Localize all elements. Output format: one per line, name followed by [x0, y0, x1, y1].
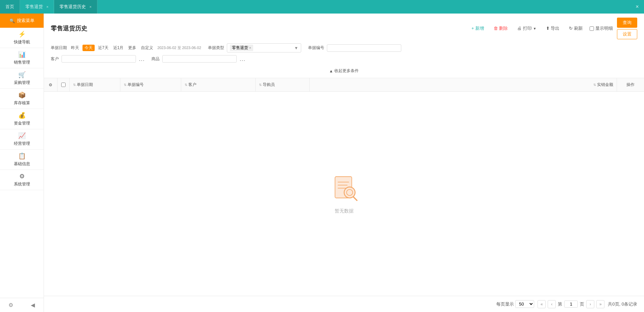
sidebar-item-sales[interactable]: 📊 销售管理: [0, 48, 44, 68]
th-guide[interactable]: ⇅ 导购员: [256, 78, 310, 91]
operations-icon: 📈: [18, 132, 26, 139]
search-menu-button[interactable]: 🔍 搜索菜单: [0, 14, 44, 28]
filter-row-1: 单据日期 昨天 今天 近7天 近1月 更多 自定义 2023-06-02 至 2…: [51, 43, 637, 52]
search-icon: 🔍: [9, 18, 15, 23]
tab-retail-return-close[interactable]: ×: [46, 5, 48, 9]
date-btn-yesterday[interactable]: 昨天: [70, 45, 80, 51]
th-no-label: 单据编号: [127, 82, 144, 88]
sidebar-item-finance[interactable]: 💰 资金管理: [0, 109, 44, 129]
select-all-checkbox[interactable]: [61, 83, 66, 87]
main-layout: 🔍 搜索菜单 ⚡ 快捷导航 📊 销售管理 🛒 采购管理 📦 库存核算 💰 资金管…: [0, 14, 644, 312]
sidebar-item-basic-info-label: 基础信息: [14, 161, 30, 167]
customer-input[interactable]: [62, 55, 136, 63]
delete-button[interactable]: 🗑 删除: [491, 24, 511, 33]
customer-filter-item: 客户 …: [51, 55, 145, 63]
new-button[interactable]: + 新增: [469, 24, 486, 33]
th-amount-label: 实销金额: [597, 82, 613, 88]
per-page-select[interactable]: 10 20 50 100: [515, 300, 534, 308]
page-number-input[interactable]: [564, 300, 578, 308]
type-tag-value: 零售退货: [232, 45, 248, 51]
sidebar-item-quick-nav-label: 快捷导航: [14, 39, 30, 45]
total-records-label: 共0页, 0条记录: [608, 301, 637, 307]
tab-retail-return[interactable]: 零售退货 ×: [20, 0, 54, 14]
page-label: 第: [558, 301, 562, 307]
page-nav: « ‹ 第 页 › »: [538, 300, 604, 308]
system-icon: ⚙: [19, 173, 25, 180]
sidebar-item-operations[interactable]: 📈 经营管理: [0, 129, 44, 150]
print-button[interactable]: 🖨 打印 ▼: [515, 24, 539, 33]
display-detail-checkbox[interactable]: [590, 26, 594, 31]
page-header: 零售退货历史 + 新增 🗑 删除 🖨 打印 ▼ ⬆ 导出: [44, 14, 644, 78]
export-button[interactable]: ⬆ 导出: [543, 24, 563, 33]
type-filter-label: 单据类型: [208, 45, 224, 51]
next-page-button[interactable]: ›: [586, 300, 594, 308]
first-page-button[interactable]: «: [538, 300, 546, 308]
settings-button[interactable]: 设置: [617, 29, 637, 39]
sidebar-item-basic-info[interactable]: 📋 基础信息: [0, 150, 44, 170]
date-btn-today[interactable]: 今天: [82, 45, 95, 51]
refresh-button-label: ↻ 刷新: [569, 25, 583, 31]
date-filter-label: 单据日期: [51, 45, 67, 51]
content-main: ⚙ ⇅ 单据日期 ⇅ 单据编号 ⇅ 客户: [44, 78, 644, 312]
content-area: 零售退货历史 + 新增 🗑 删除 🖨 打印 ▼ ⬆ 导出: [44, 14, 644, 312]
new-button-label: + 新增: [471, 25, 484, 31]
display-detail-label: 显示明细: [595, 25, 613, 31]
goods-input[interactable]: [162, 55, 237, 63]
collapse-filter-label: 收起更多条件: [334, 68, 359, 74]
tab-retail-return-history[interactable]: 零售退货历史 ×: [54, 0, 97, 14]
sidebar-bottom: ⚙ ◀: [0, 298, 44, 312]
sidebar-item-system[interactable]: ⚙ 系统管理: [0, 170, 44, 190]
empty-state: 暂无数据: [44, 92, 644, 296]
collapse-filter-button[interactable]: ▲ 收起更多条件: [329, 67, 359, 75]
collapse-up-icon: ▲: [329, 69, 333, 73]
display-detail-checkbox-area[interactable]: 显示明细: [590, 25, 613, 31]
sidebar-item-quick-nav[interactable]: ⚡ 快捷导航: [0, 28, 44, 48]
th-date[interactable]: ⇅ 单据日期: [70, 78, 120, 91]
tab-home-label: 首页: [5, 4, 14, 10]
th-amount[interactable]: ⇅ 实销金额: [310, 78, 617, 91]
close-window-button[interactable]: ×: [630, 0, 644, 14]
sort-guide-icon: ⇅: [259, 83, 262, 87]
sidebar-item-purchase[interactable]: 🛒 采购管理: [0, 68, 44, 89]
th-checkbox[interactable]: [57, 78, 70, 91]
tab-retail-return-history-close[interactable]: ×: [89, 5, 91, 9]
th-no[interactable]: ⇅ 单据编号: [120, 78, 181, 91]
date-btn-7days[interactable]: 近7天: [97, 45, 110, 51]
type-tag-close[interactable]: ×: [249, 46, 251, 50]
tab-home[interactable]: 首页: [0, 0, 20, 14]
sidebar-item-inventory-label: 库存核算: [14, 100, 30, 106]
type-select[interactable]: 零售退货 × ▼: [227, 43, 301, 52]
no-filter-label: 单据编号: [308, 45, 324, 51]
sidebar-item-inventory[interactable]: 📦 库存核算: [0, 89, 44, 109]
goods-filter-label: 商品: [151, 56, 160, 62]
goods-input-picker-icon[interactable]: …: [239, 55, 245, 63]
sidebar-settings-button[interactable]: ⚙: [0, 298, 22, 312]
page-unit-label: 页: [580, 301, 584, 307]
date-btn-more[interactable]: 更多: [127, 45, 138, 51]
th-settings[interactable]: ⚙: [44, 78, 57, 91]
th-date-label: 单据日期: [77, 82, 93, 88]
date-btn-1month[interactable]: 近1月: [112, 45, 125, 51]
finance-icon: 💰: [18, 112, 26, 119]
pagination-bar: 每页显示 10 20 50 100 « ‹ 第 页 › »: [44, 296, 644, 312]
sort-customer-icon: ⇅: [185, 83, 187, 87]
th-customer[interactable]: ⇅ 客户: [181, 78, 256, 91]
query-button[interactable]: 查询: [617, 18, 637, 28]
date-filter-item: 单据日期 昨天 今天 近7天 近1月 更多 自定义 2023-06-02 至 2…: [51, 45, 201, 51]
date-btn-custom[interactable]: 自定义: [140, 45, 154, 51]
th-ops: 操作: [617, 78, 644, 91]
empty-text: 暂无数据: [335, 208, 354, 214]
svg-line-5: [353, 197, 357, 200]
sidebar-collapse-button[interactable]: ◀: [22, 298, 44, 312]
no-input[interactable]: [327, 44, 401, 52]
sidebar-item-finance-label: 资金管理: [14, 120, 30, 126]
th-ops-label: 操作: [626, 82, 635, 88]
refresh-button[interactable]: ↻ 刷新: [566, 24, 586, 33]
last-page-button[interactable]: »: [596, 300, 604, 308]
prev-page-button[interactable]: ‹: [548, 300, 556, 308]
sidebar-item-purchase-label: 采购管理: [14, 80, 30, 86]
export-button-label: ⬆ 导出: [546, 25, 560, 31]
purchase-icon: 🛒: [18, 71, 26, 79]
customer-input-picker-icon[interactable]: …: [139, 55, 145, 63]
quick-nav-icon: ⚡: [18, 30, 26, 38]
